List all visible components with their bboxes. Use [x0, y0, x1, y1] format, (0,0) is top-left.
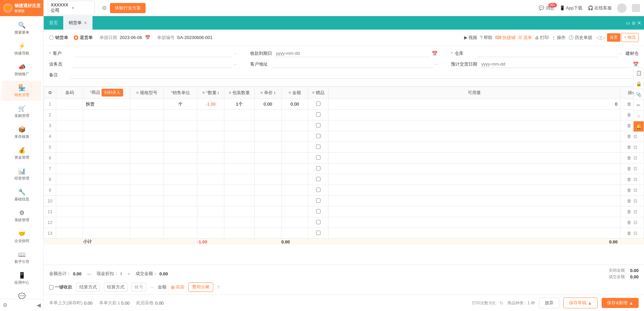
cell-product[interactable] — [83, 228, 130, 239]
total-owed-info-icon[interactable]: ℹ — [118, 301, 120, 306]
tab-grid-icon[interactable]: ⊞ — [632, 21, 636, 26]
cell-product[interactable] — [83, 120, 130, 131]
delete-icon[interactable]: 🗑 — [627, 102, 631, 107]
cell-spec[interactable] — [130, 153, 164, 163]
company-select[interactable]: XXXXXX公司 ▾ — [48, 1, 95, 15]
expense-split-button[interactable]: 费用分摊 — [188, 282, 213, 292]
sidebar-item-营销推广[interactable]: 📣营销推广 — [2, 60, 41, 80]
sidebar-item-快捷导航[interactable]: ⚡快捷导航 — [2, 39, 41, 59]
cell-amount[interactable] — [281, 217, 308, 228]
cell-pkg-qty[interactable] — [224, 142, 255, 153]
operate-action[interactable]: ⋮ 操作 — [552, 35, 566, 41]
account-input[interactable]: 账号 — [131, 283, 146, 291]
gift-checkbox[interactable] — [316, 134, 320, 138]
cell-amount[interactable] — [281, 228, 308, 239]
cell-pkg-qty[interactable] — [224, 174, 255, 185]
cell-spec[interactable] — [130, 131, 164, 142]
delete-icon[interactable]: 🗑 — [627, 231, 631, 236]
delete-icon[interactable]: 🗑 — [627, 198, 631, 203]
sidebar-item-销售管理[interactable]: 🏪销售管理 — [2, 81, 41, 101]
sidebar-item-新手引导[interactable]: 📖新手引导 — [2, 247, 41, 268]
list-view-icon[interactable]: ◁ — [596, 34, 600, 41]
cell-barcode[interactable] — [56, 99, 83, 110]
sidebar-item-企业协同[interactable]: 🤝企业协同 — [2, 227, 41, 247]
cell-amount[interactable] — [281, 206, 308, 217]
cell-barcode[interactable] — [56, 217, 83, 228]
cell-qty[interactable] — [197, 185, 224, 196]
user-avatar[interactable] — [617, 3, 627, 13]
cell-gift[interactable] — [308, 228, 329, 239]
cell-unit[interactable] — [164, 185, 197, 196]
cell-amount[interactable] — [281, 163, 308, 174]
customer-addr-input[interactable] — [272, 61, 433, 68]
save-draft-button[interactable]: 保存草稿 ▲ — [563, 298, 598, 308]
cell-product[interactable] — [83, 110, 130, 120]
cell-amount[interactable]: 0.00 — [281, 99, 308, 110]
cell-product[interactable] — [83, 196, 130, 206]
cell-gift[interactable] — [308, 120, 329, 131]
sidebar-item-经营管理[interactable]: 📊经营管理 — [2, 164, 41, 184]
cell-pkg-qty[interactable] — [224, 153, 255, 163]
gift-checkbox[interactable] — [316, 112, 320, 117]
expense-help-icon[interactable]: ? — [217, 285, 220, 290]
cell-amount[interactable] — [281, 142, 308, 153]
cell-unit[interactable] — [164, 174, 197, 185]
cell-spec[interactable] — [130, 206, 164, 217]
sidebar-collapse-icon[interactable]: ◀ — [37, 302, 41, 308]
delete-icon[interactable]: 🗑 — [627, 145, 631, 150]
cell-price[interactable] — [255, 217, 281, 228]
cell-pkg-qty[interactable] — [224, 110, 255, 120]
cell-product[interactable] — [83, 206, 130, 217]
cell-price[interactable] — [255, 131, 281, 142]
cell-barcode[interactable] — [56, 110, 83, 120]
customer-more-icon[interactable]: ··· — [234, 52, 236, 55]
save-new-button[interactable]: 保存&新增 ▲ — [602, 298, 639, 308]
delete-icon[interactable]: 🗑 — [627, 123, 631, 128]
cell-unit[interactable] — [164, 163, 197, 174]
copy-icon[interactable]: ⊡ — [634, 145, 637, 150]
radio-sale[interactable]: 销货单 — [49, 35, 68, 41]
sidebar-item-资金管理[interactable]: 💰资金管理 — [2, 143, 41, 163]
product-type-refresh-icon[interactable]: ↻ — [500, 301, 503, 306]
sidebar-item-系统管理[interactable]: ⚙系统管理 — [2, 206, 41, 226]
cell-spec[interactable] — [130, 174, 164, 185]
expected-date-input[interactable] — [479, 61, 631, 68]
online-service-button[interactable]: 🎧 在线客服 — [588, 5, 612, 11]
discount-info-icon[interactable]: ℹ — [120, 271, 122, 276]
cell-amount[interactable] — [281, 196, 308, 206]
cell-qty[interactable] — [197, 174, 224, 185]
cell-pkg-qty[interactable] — [224, 228, 255, 239]
cell-product[interactable] — [83, 185, 130, 196]
cell-barcode[interactable] — [56, 185, 83, 196]
user-menu-icon[interactable] — [632, 4, 640, 12]
cell-product[interactable] — [83, 131, 130, 142]
cell-amount[interactable] — [281, 153, 308, 163]
cell-gift[interactable] — [308, 131, 329, 142]
cell-qty[interactable] — [197, 120, 224, 131]
cell-qty[interactable] — [197, 217, 224, 228]
cell-barcode[interactable] — [56, 120, 83, 131]
message-button[interactable]: 💬 消息 99+ — [539, 5, 554, 11]
rf-star[interactable]: ☆ — [633, 110, 644, 121]
expected-date-calendar-icon[interactable]: 📅 — [633, 62, 639, 67]
cell-gift[interactable] — [308, 217, 329, 228]
cell-spec[interactable] — [130, 110, 164, 120]
salesperson-more-icon[interactable]: ··· — [234, 63, 236, 66]
history-action[interactable]: 🕐 历史单据 — [568, 35, 592, 41]
copy-icon[interactable]: ⊡ — [634, 188, 637, 193]
cell-spec[interactable] — [130, 185, 164, 196]
cell-qty[interactable] — [197, 196, 224, 206]
cell-price[interactable]: 0.00 — [255, 99, 281, 110]
warehouse-more-icon[interactable]: ··· — [619, 52, 622, 55]
cell-pkg-qty[interactable] — [224, 196, 255, 206]
delete-icon[interactable]: 🗑 — [627, 112, 631, 117]
calendar-icon[interactable]: 📅 — [145, 35, 150, 40]
cell-qty[interactable]: -1.00 — [197, 99, 224, 110]
cell-price[interactable] — [255, 163, 281, 174]
cell-pkg-qty[interactable] — [224, 206, 255, 217]
cell-pkg-qty[interactable] — [224, 185, 255, 196]
rf-attachment[interactable]: 📎 — [633, 89, 644, 100]
cell-product[interactable]: 拆货 — [83, 99, 130, 110]
one-click-pay-checkbox[interactable] — [49, 285, 53, 289]
cell-price[interactable] — [255, 153, 281, 163]
